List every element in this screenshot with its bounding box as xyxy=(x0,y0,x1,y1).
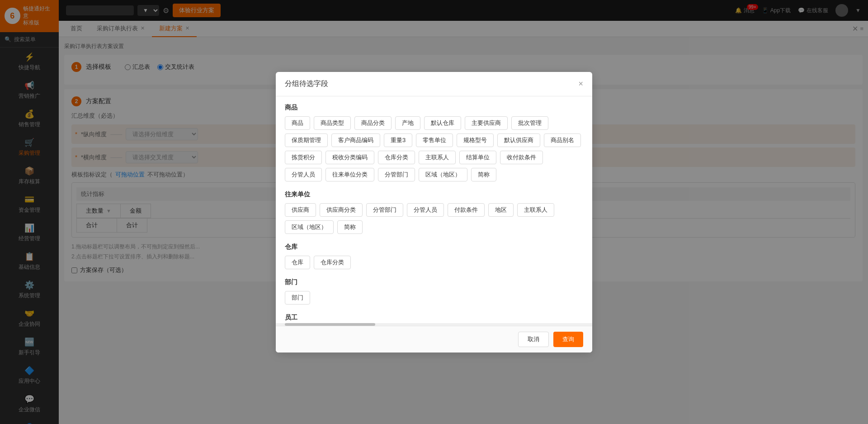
field-supplier-category[interactable]: 供应商分类 xyxy=(320,203,363,217)
category-employee-title: 员工 xyxy=(285,314,583,322)
category-partner-title: 往来单位 xyxy=(285,191,583,199)
field-supplier[interactable]: 供应商 xyxy=(285,203,316,217)
category-department: 部门 部门 xyxy=(285,278,583,305)
category-goods-title: 商品 xyxy=(285,104,583,112)
field-tax-code[interactable]: 税收分类编码 xyxy=(326,151,374,164)
field-goods-category[interactable]: 商品分类 xyxy=(354,116,392,130)
category-warehouse-title: 仓库 xyxy=(285,243,583,251)
field-settlement-unit[interactable]: 结算单位 xyxy=(459,151,496,164)
field-main-contact[interactable]: 主联系人 xyxy=(419,151,456,164)
field-warehouse[interactable]: 仓库 xyxy=(285,256,310,269)
field-pick-points[interactable]: 拣货积分 xyxy=(285,151,322,164)
field-short-name-partner[interactable]: 简称 xyxy=(337,220,363,234)
modal-confirm-button[interactable]: 查询 xyxy=(553,332,583,347)
field-warehouse-category[interactable]: 仓库分类 xyxy=(378,151,415,164)
modal-title: 分组待选字段 xyxy=(285,79,328,89)
field-customer-goods-code[interactable]: 客户商品编码 xyxy=(331,133,380,147)
field-expiry[interactable]: 保质期管理 xyxy=(285,133,328,147)
field-weight3[interactable]: 重量3 xyxy=(384,133,412,147)
field-retail-unit[interactable]: 零售单位 xyxy=(416,133,453,147)
field-main-supplier[interactable]: 主要供应商 xyxy=(465,116,508,130)
category-partner: 往来单位 供应商 供应商分类 分管部门 分管人员 付款条件 地区 主联系人 区域… xyxy=(285,191,583,234)
field-goods-alias[interactable]: 商品别名 xyxy=(544,133,581,147)
field-department[interactable]: 部门 xyxy=(285,291,310,305)
modal-close-button[interactable]: × xyxy=(578,79,583,89)
field-region-goods[interactable]: 区域（地区） xyxy=(419,168,467,181)
field-warehouse-cat[interactable]: 仓库分类 xyxy=(314,256,351,269)
field-area[interactable]: 地区 xyxy=(488,203,514,217)
category-goods-fields: 商品 商品类型 商品分类 产地 默认仓库 主要供应商 批次管理 保质期管理 客户… xyxy=(285,116,583,181)
modal-horizontal-scrollbar[interactable] xyxy=(276,323,592,326)
field-manager-partner[interactable]: 分管人员 xyxy=(407,203,444,217)
field-spec[interactable]: 规格型号 xyxy=(457,133,494,147)
category-department-title: 部门 xyxy=(285,278,583,286)
field-manager[interactable]: 分管人员 xyxy=(285,168,322,181)
category-warehouse: 仓库 仓库 仓库分类 xyxy=(285,243,583,269)
field-origin[interactable]: 产地 xyxy=(395,116,420,130)
modal-hscroll-thumb[interactable] xyxy=(285,323,375,326)
field-dept-partner[interactable]: 分管部门 xyxy=(366,203,403,217)
field-short-name-goods[interactable]: 简称 xyxy=(471,168,496,181)
field-payment-terms[interactable]: 收付款条件 xyxy=(500,151,543,164)
modal-footer: 取消 查询 xyxy=(276,326,592,353)
field-default-warehouse[interactable]: 默认仓库 xyxy=(424,116,461,130)
field-dept[interactable]: 分管部门 xyxy=(378,168,415,181)
field-goods[interactable]: 商品 xyxy=(285,116,310,130)
category-goods: 商品 商品 商品类型 商品分类 产地 默认仓库 主要供应商 批次管理 保质期管理… xyxy=(285,104,583,181)
category-department-fields: 部门 xyxy=(285,291,583,305)
field-goods-type[interactable]: 商品类型 xyxy=(314,116,351,130)
field-region-partner[interactable]: 区域（地区） xyxy=(285,220,334,234)
field-default-supplier[interactable]: 默认供应商 xyxy=(497,133,540,147)
category-warehouse-fields: 仓库 仓库分类 xyxy=(285,256,583,269)
field-batch[interactable]: 批次管理 xyxy=(511,116,548,130)
field-select-modal: 分组待选字段 × 商品 商品 商品类型 商品分类 产地 默认仓库 主要供应商 批… xyxy=(276,72,592,353)
modal-overlay: 分组待选字段 × 商品 商品 商品类型 商品分类 产地 默认仓库 主要供应商 批… xyxy=(0,0,868,424)
field-main-contact-partner[interactable]: 主联系人 xyxy=(517,203,554,217)
field-partner-category[interactable]: 往来单位分类 xyxy=(326,168,374,181)
field-payment-terms-partner[interactable]: 付款条件 xyxy=(448,203,485,217)
modal-cancel-button[interactable]: 取消 xyxy=(518,332,549,347)
category-partner-fields: 供应商 供应商分类 分管部门 分管人员 付款条件 地区 主联系人 区域（地区） … xyxy=(285,203,583,234)
category-employee: 员工 业务员 xyxy=(285,314,583,323)
modal-header: 分组待选字段 × xyxy=(276,72,592,96)
modal-body: 商品 商品 商品类型 商品分类 产地 默认仓库 主要供应商 批次管理 保质期管理… xyxy=(276,96,592,323)
